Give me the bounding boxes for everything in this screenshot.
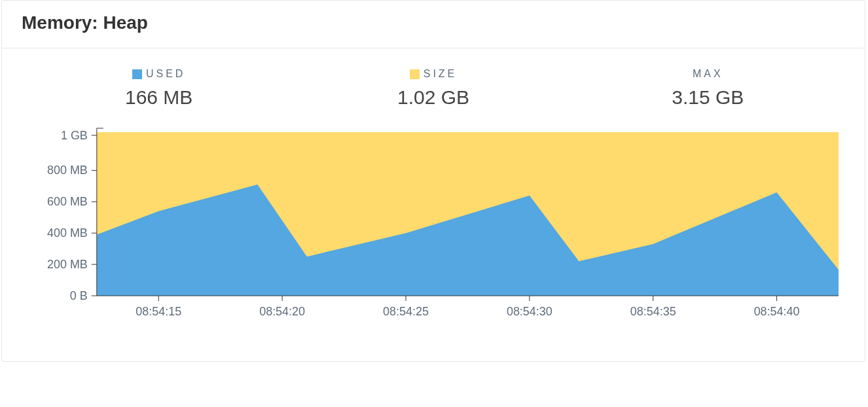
y-tick-label: 400 MB: [47, 226, 88, 239]
card-header: Memory: Heap: [2, 1, 865, 48]
legend-label-text-used: USED: [146, 68, 185, 80]
card-body: USED 166 MB SIZE 1.02 GB MAX 3.15 GB 0 B…: [2, 48, 865, 361]
legend-label-text-max: MAX: [693, 68, 723, 80]
y-tick-label: 1 GB: [61, 129, 88, 142]
legend-label-max: MAX: [693, 68, 723, 80]
x-tick-label: 08:54:35: [630, 305, 676, 318]
legend-row: USED 166 MB SIZE 1.02 GB MAX 3.15 GB: [22, 68, 845, 109]
legend-item-size: SIZE 1.02 GB: [296, 68, 570, 109]
x-tick-label: 08:54:40: [754, 305, 800, 318]
y-tick-label: 600 MB: [47, 195, 88, 208]
legend-value-used: 166 MB: [22, 86, 296, 109]
memory-heap-card: Memory: Heap USED 166 MB SIZE 1.02 GB MA: [1, 0, 865, 362]
x-tick-label: 08:54:25: [383, 305, 429, 318]
legend-item-used: USED 166 MB: [22, 68, 296, 109]
y-tick-label: 200 MB: [47, 258, 88, 271]
legend-value-size: 1.02 GB: [296, 86, 570, 109]
swatch-used: [132, 69, 142, 79]
legend-label-size: SIZE: [410, 68, 458, 80]
swatch-size: [410, 69, 420, 79]
card-title: Memory: Heap: [22, 12, 845, 33]
chart-svg: 0 B200 MB400 MB600 MB800 MB1 GB08:54:150…: [22, 126, 845, 342]
legend-value-max: 3.15 GB: [571, 86, 845, 109]
y-tick-label: 800 MB: [47, 164, 88, 177]
legend-label-text-size: SIZE: [424, 68, 458, 80]
x-tick-label: 08:54:20: [259, 305, 305, 318]
memory-heap-chart: 0 B200 MB400 MB600 MB800 MB1 GB08:54:150…: [22, 126, 845, 342]
legend-item-max: MAX 3.15 GB: [571, 68, 845, 109]
y-tick-label: 0 B: [70, 289, 88, 302]
x-tick-label: 08:54:30: [507, 305, 552, 318]
legend-label-used: USED: [132, 68, 185, 80]
x-tick-label: 08:54:15: [136, 305, 181, 318]
